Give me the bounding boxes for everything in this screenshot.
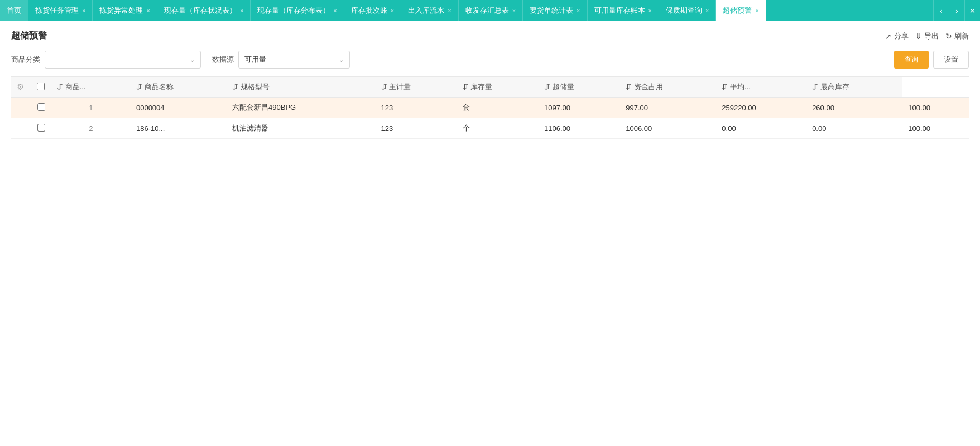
header-actions: ➚ 分享 ⇓ 导出 ↻ 刷新 [885, 31, 969, 41]
nav-item-close-icon[interactable]: × [577, 7, 580, 14]
col-header-settings[interactable]: ⚙ [11, 77, 31, 98]
row-checkbox-cell[interactable] [31, 118, 51, 139]
col-header-product-code[interactable]: ⇵ 商品... [51, 77, 131, 98]
nav-item-inventory-dist[interactable]: 现存量（库存分布表） × [251, 0, 344, 21]
row-max-inventory: 100.00 [902, 118, 969, 139]
datasource-select-value: 可用量 [244, 55, 266, 65]
nav-item-label: 保质期查询 [666, 6, 702, 16]
col-header-product-name[interactable]: ⇵ 商品名称 [131, 77, 227, 98]
nav-item-label: 拣货任务管理 [35, 6, 79, 16]
col-header-unit-label: ⇵ 主计量 [381, 83, 411, 91]
nav-arrows: ‹ › ✕ [933, 0, 980, 21]
query-button[interactable]: 查询 [894, 51, 929, 69]
nav-item-close-icon[interactable]: × [333, 7, 337, 14]
nav-item-collect[interactable]: 收发存汇总表 × [459, 0, 523, 21]
share-label: 分享 [894, 31, 909, 41]
page-title: 超储预警 [11, 30, 47, 42]
datasource-filter: 数据源 可用量 ⌄ [212, 51, 350, 69]
nav-item-label: 要货单统计表 [530, 6, 573, 16]
nav-item-close-icon[interactable]: × [391, 7, 394, 14]
col-header-avg[interactable]: ⇵ 平均... [716, 77, 806, 98]
nav-item-label: 现存量（库存状况表） [164, 6, 237, 16]
nav-item-close-icon[interactable]: × [755, 7, 758, 14]
nav-item-close-icon[interactable]: × [648, 7, 652, 14]
nav-item-close-icon[interactable]: × [448, 7, 451, 14]
export-button[interactable]: ⇓ 导出 [915, 31, 939, 41]
nav-prev-button[interactable]: ‹ [933, 0, 949, 21]
row-checkbox[interactable] [37, 103, 45, 111]
export-icon: ⇓ [915, 32, 922, 41]
nav-close-button[interactable]: ✕ [964, 0, 980, 21]
category-chevron-icon: ⌄ [190, 56, 195, 64]
filter-row: 商品分类 ⌄ 数据源 可用量 ⌄ 查询 设置 [11, 51, 969, 69]
nav-item-task-mgmt[interactable]: 拣货任务管理 × [28, 0, 93, 21]
refresh-label: 刷新 [954, 31, 969, 41]
nav-item-home[interactable]: 首页 [0, 0, 28, 21]
row-checkbox[interactable] [37, 124, 45, 132]
nav-item-inout-flow[interactable]: 出入库流水 × [401, 0, 458, 21]
nav-item-label: 超储预警 [723, 6, 752, 16]
col-header-avg-label: ⇵ 平均... [722, 83, 750, 91]
row-spec: 123 [376, 118, 457, 139]
settings-gear-icon[interactable]: ⚙ [17, 82, 24, 91]
category-select[interactable]: ⌄ [45, 51, 201, 69]
refresh-button[interactable]: ↻ 刷新 [945, 31, 969, 41]
col-header-inventory-label: ⇵ 库存量 [463, 83, 493, 91]
nav-item-inventory-status[interactable]: 现存量（库存状况表） × [157, 0, 251, 21]
col-header-inventory[interactable]: ⇵ 库存量 [457, 77, 539, 98]
refresh-icon: ↻ [945, 32, 952, 41]
row-overstock: 1006.00 [620, 118, 716, 139]
share-icon: ➚ [885, 32, 892, 41]
category-filter: 商品分类 ⌄ [11, 51, 201, 69]
nav-item-close-icon[interactable]: × [146, 7, 150, 14]
nav-item-close-icon[interactable]: × [240, 7, 243, 14]
page-header: 超储预警 ➚ 分享 ⇓ 导出 ↻ 刷新 [11, 30, 969, 42]
row-unit: 个 [457, 118, 539, 139]
col-header-overstock-label: ⇵ 超储量 [544, 83, 574, 91]
col-header-overstock[interactable]: ⇵ 超储量 [539, 77, 620, 98]
page-content: 超储预警 ➚ 分享 ⇓ 导出 ↻ 刷新 商品分类 ⌄ 数据源 [0, 21, 980, 446]
row-avg: 0.00 [806, 118, 902, 139]
nav-item-label: 现存量（库存分布表） [257, 6, 330, 16]
row-settings-cell [11, 98, 31, 118]
select-all-checkbox[interactable] [37, 83, 45, 90]
row-capital: 259220.00 [716, 98, 806, 118]
nav-item-avail-ledger[interactable]: 可用量库存账本 × [588, 0, 659, 21]
col-header-max-inventory-label: ⇵ 最高库存 [812, 83, 849, 91]
col-header-max-inventory[interactable]: ⇵ 最高库存 [806, 77, 902, 98]
row-unit: 套 [457, 98, 539, 118]
row-settings-cell [11, 118, 31, 139]
col-header-product-code-label: ⇵ 商品... [57, 83, 85, 91]
nav-next-button[interactable]: › [949, 0, 964, 21]
category-label: 商品分类 [11, 55, 40, 65]
nav-item-close-icon[interactable]: × [82, 7, 85, 14]
share-button[interactable]: ➚ 分享 [885, 31, 909, 41]
nav-item-label: 首页 [7, 6, 21, 16]
nav-item-label: 拣货异常处理 [99, 6, 143, 16]
row-checkbox-cell[interactable] [31, 98, 51, 118]
datasource-chevron-icon: ⌄ [339, 56, 344, 64]
nav-item-abnormal[interactable]: 拣货异常处理 × [93, 0, 157, 21]
nav-item-expiry[interactable]: 保质期查询 × [659, 0, 716, 21]
row-product-name: 机油滤清器 [227, 118, 376, 139]
col-header-checkbox[interactable] [31, 77, 51, 98]
nav-item-close-icon[interactable]: × [512, 7, 516, 14]
nav-item-label: 收发存汇总表 [465, 6, 509, 16]
col-header-capital[interactable]: ⇵ 资金占用 [620, 77, 716, 98]
row-product-code: 0000004 [131, 98, 227, 118]
row-max-inventory: 100.00 [902, 98, 969, 118]
settings-button[interactable]: 设置 [933, 51, 969, 69]
nav-item-label: 库存批次账 [351, 6, 387, 16]
table-header-row: ⚙ ⇵ 商品... ⇵ 商品名称 ⇵ 规格型号 ⇵ 主计量 ⇵ [11, 77, 969, 98]
col-header-unit[interactable]: ⇵ 主计量 [376, 77, 457, 98]
row-inventory: 1097.00 [539, 98, 620, 118]
col-header-spec[interactable]: ⇵ 规格型号 [227, 77, 376, 98]
datasource-select[interactable]: 可用量 ⌄ [238, 51, 350, 69]
row-overstock: 997.00 [620, 98, 716, 118]
nav-item-close-icon[interactable]: × [705, 7, 709, 14]
nav-item-order-stats[interactable]: 要货单统计表 × [523, 0, 587, 21]
nav-item-overstock[interactable]: 超储预警 × [716, 0, 766, 21]
row-product-code: 186-10... [131, 118, 227, 139]
nav-item-batch[interactable]: 库存批次账 × [344, 0, 401, 21]
table-row: 1 0000004 六配套新昌490BPG 123 套 1097.00 997.… [11, 98, 969, 118]
